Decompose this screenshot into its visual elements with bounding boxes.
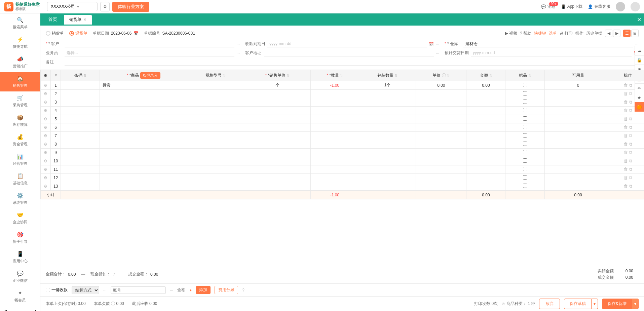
row-product[interactable] <box>100 174 187 182</box>
row-qty[interactable] <box>310 123 359 132</box>
row-barcode[interactable] <box>61 90 100 98</box>
radio-return-order[interactable]: 退货单 <box>69 31 87 36</box>
row-product[interactable] <box>100 123 187 132</box>
row-available[interactable] <box>544 182 612 191</box>
row-amount[interactable] <box>466 107 505 115</box>
row-settings[interactable]: ⚙ <box>41 132 51 140</box>
row-qty[interactable] <box>310 157 359 165</box>
row-delete-icon[interactable]: 🗑 <box>623 158 628 164</box>
row-qty[interactable]: -1.00 <box>310 81 359 90</box>
row-price[interactable] <box>416 149 466 157</box>
expected-date-input[interactable] <box>471 49 632 56</box>
row-qty[interactable] <box>310 132 359 140</box>
row-unit[interactable] <box>244 98 310 107</box>
row-settings[interactable]: ⚙ <box>41 107 51 115</box>
company-selector[interactable]: XXXXXX公司 ▾ <box>47 2 98 11</box>
sidebar-item-inventory[interactable]: 📦 库存核算 <box>0 111 40 130</box>
sidebar-item-operations[interactable]: 📊 经营管理 <box>0 150 40 169</box>
row-barcode[interactable] <box>61 107 100 115</box>
salesperson-dots[interactable]: ··· <box>236 51 240 55</box>
row-settings[interactable]: ⚙ <box>41 149 51 157</box>
row-gift[interactable] <box>505 81 544 90</box>
row-unit[interactable] <box>244 132 310 140</box>
print-btn[interactable]: 🖨 打印 <box>560 31 573 36</box>
addr-dots[interactable]: ··· <box>436 51 439 55</box>
row-product[interactable] <box>100 90 187 98</box>
row-available[interactable] <box>544 174 612 182</box>
row-spec[interactable] <box>187 98 244 107</box>
row-delete-icon[interactable]: 🗑 <box>623 133 628 139</box>
radio-sales-order[interactable]: 销货单 <box>46 31 64 36</box>
row-pkg-qty[interactable] <box>359 115 416 123</box>
row-barcode[interactable] <box>61 123 100 132</box>
row-copy-icon[interactable]: ⧉ <box>629 175 632 181</box>
row-unit[interactable] <box>244 149 310 157</box>
row-gift[interactable] <box>505 165 544 174</box>
save-new-btn[interactable]: 保存&新增 <box>602 299 632 309</box>
row-price[interactable] <box>416 165 466 174</box>
history-btn[interactable]: 历史单据 <box>586 31 602 36</box>
sidebar-collapse-icon[interactable]: ◀ <box>33 309 36 311</box>
row-spec[interactable] <box>187 107 244 115</box>
row-pkg-qty[interactable] <box>359 132 416 140</box>
row-barcode[interactable] <box>61 182 100 191</box>
row-amount[interactable] <box>466 140 505 149</box>
warehouse-input[interactable] <box>463 40 633 47</box>
row-amount[interactable] <box>466 132 505 140</box>
row-copy-icon[interactable]: ⧉ <box>629 125 632 130</box>
spec-sort-icon[interactable]: ⇅ <box>223 74 226 77</box>
row-qty[interactable] <box>310 165 359 174</box>
sidebar-item-system[interactable]: ⚙️ 系统管理 <box>0 189 40 208</box>
row-qty[interactable] <box>310 182 359 191</box>
row-delete-icon[interactable]: 🗑 <box>623 142 628 147</box>
row-product[interactable] <box>100 107 187 115</box>
row-settings[interactable]: ⚙ <box>41 157 51 165</box>
avatar[interactable] <box>616 2 625 11</box>
row-pkg-qty[interactable] <box>359 90 416 98</box>
prev-btn[interactable]: ◀ <box>605 30 612 37</box>
row-spec[interactable] <box>187 81 244 90</box>
row-product[interactable] <box>100 140 187 149</box>
row-unit[interactable] <box>244 174 310 182</box>
tab-bar-close-icon[interactable]: ✕ <box>637 16 641 23</box>
row-qty[interactable] <box>310 107 359 115</box>
row-unit[interactable] <box>244 157 310 165</box>
row-settings[interactable]: ⚙ <box>41 98 51 107</box>
row-price[interactable] <box>416 157 466 165</box>
right-panel-edit-btn[interactable]: ✏ <box>635 83 644 93</box>
row-available[interactable] <box>544 132 612 140</box>
row-pkg-qty[interactable] <box>359 140 416 149</box>
row-gift[interactable] <box>505 115 544 123</box>
video-btn[interactable]: ▶ 视频 <box>505 31 517 36</box>
row-settings[interactable]: ⚙ <box>41 174 51 182</box>
row-copy-icon[interactable]: ⧉ <box>629 133 632 139</box>
row-copy-icon[interactable]: ⧉ <box>629 158 632 164</box>
row-amount[interactable] <box>466 165 505 174</box>
account-dots[interactable]: ··· <box>170 288 173 293</box>
grid-view-icon[interactable]: ⊞ <box>631 30 639 37</box>
save-draft-btn[interactable]: 保存草稿 <box>564 299 592 309</box>
row-qty[interactable] <box>310 149 359 157</box>
row-settings[interactable]: ⚙ <box>41 165 51 174</box>
row-available[interactable] <box>544 123 612 132</box>
row-price[interactable]: 0.00 <box>416 81 466 90</box>
row-available[interactable] <box>544 140 612 149</box>
row-price[interactable] <box>416 115 466 123</box>
sidebar-item-marketing[interactable]: 📣 营销推广 <box>0 52 40 72</box>
scan-btn[interactable]: 扫码录入 <box>140 72 160 79</box>
message-btn[interactable]: 💬 消息 99+ <box>541 4 556 9</box>
row-product[interactable] <box>100 115 187 123</box>
row-barcode[interactable] <box>61 149 100 157</box>
row-spec[interactable] <box>187 123 244 132</box>
row-price[interactable] <box>416 132 466 140</box>
row-pkg-qty[interactable] <box>359 98 416 107</box>
row-settings[interactable]: ⚙ <box>41 81 51 90</box>
list-view-icon[interactable]: ☰ <box>623 30 631 37</box>
row-qty[interactable] <box>310 98 359 107</box>
customer-input[interactable] <box>65 40 234 47</box>
row-pkg-qty[interactable] <box>359 182 416 191</box>
salesperson-input[interactable] <box>65 49 234 56</box>
sidebar-item-newbie[interactable]: 🎯 新手引导 <box>0 228 40 247</box>
sidebar-item-wechat[interactable]: 💬 企业微信 <box>0 267 40 286</box>
right-panel-orange-btn[interactable]: 🟠 <box>635 102 644 112</box>
